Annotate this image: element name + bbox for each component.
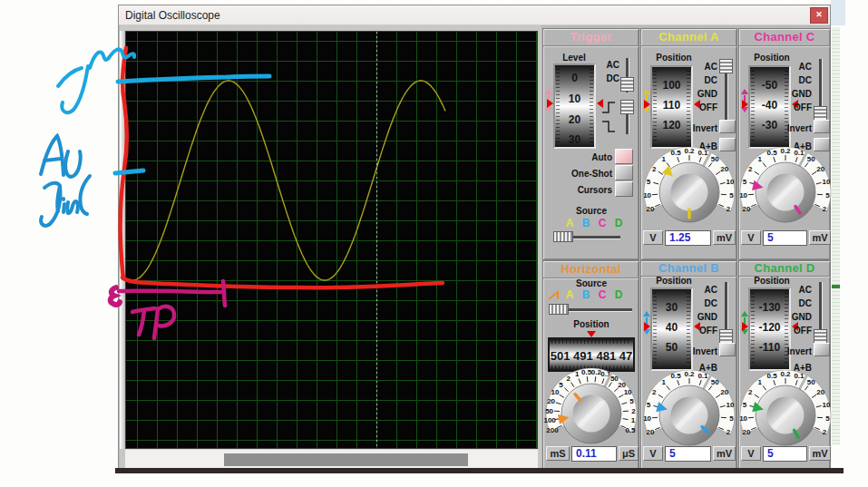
background-window-sliver-top: [831, 0, 845, 25]
v-unit-tab: V: [741, 446, 761, 461]
svg-text:1: 1: [575, 370, 580, 378]
window-title: Digital Oscilloscope: [125, 9, 220, 22]
cursors-label: Cursors: [571, 185, 612, 195]
one-shot-label: One-Shot: [565, 169, 612, 179]
svg-text:2: 2: [652, 165, 657, 173]
svg-text:0.1: 0.1: [697, 149, 708, 157]
ac-label: AC: [783, 285, 812, 295]
gnd-label: GND: [687, 89, 717, 99]
invert-button[interactable]: [719, 120, 736, 133]
svg-text:0.5: 0.5: [766, 372, 777, 380]
svg-text:20: 20: [647, 205, 655, 213]
drum-value: 40: [652, 321, 691, 334]
horizontal-position-drum[interactable]: 501 491 481 47: [548, 337, 635, 372]
off-label: OFF: [783, 326, 812, 336]
channel-a-title: Channel A: [658, 30, 719, 44]
ac-label: AC: [688, 285, 717, 295]
svg-text:0.5: 0.5: [670, 149, 681, 157]
volts-div-value[interactable]: 5: [763, 230, 807, 246]
source-c: C: [596, 217, 609, 229]
svg-text:10: 10: [822, 401, 830, 409]
volts-div-value[interactable]: 1.25: [665, 230, 711, 246]
svg-text:5: 5: [743, 401, 747, 409]
coupling-handle[interactable]: [719, 329, 733, 344]
invert-button[interactable]: [719, 343, 736, 356]
channel-d-panel: Channel D Position -130 -120 -110 AC DC …: [738, 260, 831, 472]
trigger-source-handle[interactable]: [553, 231, 573, 242]
channel-b-position-drum[interactable]: 30 40 50: [650, 287, 693, 371]
v-unit-tab: V: [643, 230, 663, 245]
horizontal-scrollbar[interactable]: [125, 449, 538, 470]
svg-text:5: 5: [647, 178, 651, 186]
slope-edge-icons: [601, 100, 616, 134]
volts-div-knob[interactable]: 20105210.50.20.150201052: [642, 147, 736, 238]
channel-a-position-drum[interactable]: 100 110 120: [650, 65, 693, 149]
source-d: D: [612, 217, 625, 229]
volts-div-value[interactable]: 5: [763, 446, 807, 462]
invert-button[interactable]: [814, 120, 830, 133]
svg-text:5: 5: [559, 381, 563, 389]
mv-unit-tab: mV: [713, 446, 736, 461]
window-bottom-edge: [115, 468, 844, 473]
svg-text:20: 20: [816, 165, 824, 173]
scope-display-area: [120, 25, 541, 472]
svg-text:5: 5: [629, 397, 634, 405]
svg-text:10: 10: [726, 401, 734, 409]
volts-div-value[interactable]: 5: [665, 446, 711, 462]
trigger-cursor-line[interactable]: [376, 32, 377, 448]
channel-d-title: Channel D: [755, 261, 815, 275]
close-button[interactable]: ✕: [810, 7, 828, 24]
horizontal-header: Horizontal: [543, 261, 639, 279]
trigger-panel: Trigger Level 0 10 20 30 AC DC Auto: [542, 28, 639, 260]
volts-div-knob[interactable]: 20105210.50.20.150201052: [738, 147, 833, 238]
coupling-handle[interactable]: [814, 329, 827, 344]
channel-c-panel: Channel C Position -50 -40 -30 AC DC GND…: [738, 28, 831, 260]
cursors-button[interactable]: [615, 181, 633, 197]
mv-unit-tab: mV: [713, 230, 736, 245]
drum-value: 120: [652, 119, 691, 131]
svg-text:20: 20: [816, 388, 824, 396]
svg-text:50: 50: [807, 378, 815, 386]
gnd-label: GND: [781, 89, 812, 99]
auto-button[interactable]: [615, 149, 633, 164]
svg-text:5: 5: [647, 401, 651, 409]
dc-label: DC: [688, 75, 717, 85]
source-d: D: [612, 288, 625, 301]
svg-text:0.2: 0.2: [684, 370, 695, 378]
hdrum-values: 501 491 481 47: [550, 349, 633, 363]
timebase-value[interactable]: 0.11: [571, 446, 617, 462]
one-shot-button[interactable]: [615, 165, 633, 180]
svg-text:0.1: 0.1: [794, 149, 805, 157]
svg-text:2: 2: [748, 388, 753, 396]
dc-label: DC: [783, 75, 812, 85]
coupling-handle[interactable]: [814, 106, 827, 121]
invert-button[interactable]: [814, 343, 830, 356]
svg-text:200: 200: [546, 426, 559, 434]
trigger-level-drum[interactable]: 0 10 20 30: [553, 63, 596, 149]
scrollbar-thumb[interactable]: [224, 453, 468, 466]
channel-c-title: Channel C: [755, 30, 815, 44]
coupling-handle[interactable]: [719, 59, 733, 73]
svg-text:1: 1: [631, 416, 636, 424]
dc-label: DC: [688, 298, 717, 308]
horizontal-title: Horizontal: [561, 262, 621, 276]
svg-text:20: 20: [720, 165, 728, 173]
drum-value: 20: [555, 113, 594, 126]
svg-text:10: 10: [822, 178, 830, 186]
drum-value: 100: [652, 79, 691, 92]
dc-label: DC: [783, 298, 812, 308]
svg-text:1: 1: [757, 378, 762, 386]
svg-text:20: 20: [743, 205, 751, 213]
trigger-slope-handle[interactable]: [620, 100, 634, 114]
svg-text:2: 2: [727, 428, 731, 436]
timebase-knob[interactable]: 2001005020105210.50.20.15020105210.5: [544, 368, 639, 459]
horizontal-source-handle[interactable]: [549, 304, 569, 315]
trigger-coupling-handle[interactable]: [620, 77, 634, 92]
title-bar[interactable]: Digital Oscilloscope ✕: [119, 5, 830, 25]
auto-label: Auto: [576, 152, 612, 162]
trigger-source-letters: A B C D: [543, 217, 639, 229]
drum-pointer-left: [644, 100, 650, 109]
channel-b-title: Channel B: [658, 261, 719, 275]
svg-text:1: 1: [757, 155, 762, 163]
v-unit-tab: V: [643, 446, 663, 461]
